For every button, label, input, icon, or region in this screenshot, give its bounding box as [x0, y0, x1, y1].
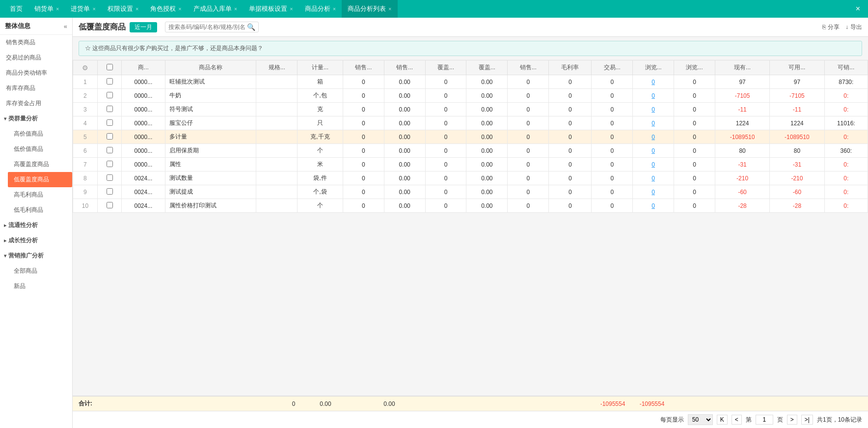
nav-purchase[interactable]: 进货单 ×	[65, 0, 101, 18]
share-icon: ⎘	[822, 24, 826, 30]
row-available: -1089510	[770, 130, 824, 144]
sidebar-item-traded-products[interactable]: 交易过的商品	[0, 50, 72, 65]
row-checkbox[interactable]	[97, 158, 121, 171]
table-row: 8 0024... 测试数量 袋,件 0 0.00 0 0.00 0 0 0 0…	[73, 171, 868, 185]
per-page-select[interactable]: 50 100 200	[688, 414, 713, 425]
row-trade: 0	[592, 199, 633, 213]
last-page-button[interactable]: >|	[801, 415, 813, 425]
search-input[interactable]	[168, 24, 247, 30]
prev-page-button[interactable]: <	[732, 415, 742, 425]
nav-home[interactable]: 首页	[4, 0, 28, 18]
sidebar-item-low-margin[interactable]: 低毛利商品	[8, 202, 72, 218]
nav-permissions-close[interactable]: ×	[136, 6, 138, 12]
row-browse1[interactable]: 0	[633, 116, 674, 130]
row-spec	[256, 171, 298, 185]
row-name: 测试数量	[165, 171, 256, 185]
row-checkbox[interactable]	[97, 75, 121, 89]
growth-arrow-icon: ▸	[4, 238, 6, 243]
row-browse1[interactable]: 0	[633, 158, 674, 171]
first-page-button[interactable]: K	[717, 415, 728, 425]
row-checkbox[interactable]	[97, 116, 121, 130]
sidebar-collapse-btn[interactable]: «	[64, 23, 67, 30]
footer-totals: 合计: 0 0.00 0.00 -1095554 -1095554	[73, 396, 868, 411]
row-browse1[interactable]: 0	[633, 199, 674, 213]
row-code: 0000...	[122, 158, 165, 171]
nav-template-settings[interactable]: 单据模板设置 ×	[243, 0, 298, 18]
row-browse1[interactable]: 0	[633, 185, 674, 199]
row-browse1[interactable]: 0	[633, 75, 674, 89]
sidebar-group-circulation[interactable]: ▸ 流通性分析	[0, 218, 72, 233]
row-browse1[interactable]: 0	[633, 103, 674, 116]
settings-icon[interactable]: ⚙	[82, 64, 88, 72]
row-checkbox[interactable]	[97, 199, 121, 213]
row-name: 旺辅批次测试	[165, 75, 256, 89]
totals-label: 合计:	[79, 399, 92, 408]
col-coverage1-header: 覆盖...	[425, 60, 466, 75]
nav-analysis-close[interactable]: ×	[333, 6, 336, 12]
row-browse1[interactable]: 0	[633, 171, 674, 185]
nav-sales[interactable]: 销货单 ×	[28, 0, 65, 18]
row-browse1[interactable]: 0	[633, 89, 674, 103]
export-button[interactable]: ↓ 导出	[845, 23, 862, 31]
nav-list-close[interactable]: ×	[388, 6, 391, 12]
row-checkbox[interactable]	[97, 89, 121, 103]
nav-role-close[interactable]: ×	[178, 6, 181, 12]
row-checkbox[interactable]	[97, 130, 121, 144]
nav-analysis-list[interactable]: 商品分析列表 ×	[342, 0, 397, 18]
close-all-tabs[interactable]: ×	[852, 4, 864, 13]
col-unit-header: 计量...	[298, 60, 343, 75]
sidebar-item-all-products[interactable]: 全部商品	[8, 263, 72, 279]
row-sales-amt: 0.00	[384, 103, 425, 116]
nav-product-warehouse[interactable]: 产成品入库单 ×	[188, 0, 243, 18]
cluster-arrow-icon: ▾	[4, 116, 6, 121]
row-browse1[interactable]: 0	[633, 144, 674, 158]
sidebar-group-marketing[interactable]: ▾ 营销推广分析	[0, 248, 72, 263]
nav-product-analysis[interactable]: 商品分析 ×	[299, 0, 342, 18]
sidebar-item-low-value[interactable]: 低价值商品	[8, 142, 72, 157]
sidebar-item-high-margin[interactable]: 高毛利商品	[8, 187, 72, 202]
sidebar-item-sales-products[interactable]: 销售类商品	[0, 35, 72, 50]
col-available-header: 可用...	[770, 60, 824, 75]
row-browse1[interactable]: 0	[633, 130, 674, 144]
row-coverage1: 0	[425, 158, 466, 171]
row-checkbox[interactable]	[97, 103, 121, 116]
nav-warehouse-close[interactable]: ×	[234, 6, 237, 12]
row-available: 80	[770, 144, 824, 158]
nav-template-close[interactable]: ×	[290, 6, 293, 12]
row-unit: 个,袋	[298, 185, 343, 199]
sidebar-item-in-stock[interactable]: 有库存商品	[0, 81, 72, 96]
row-checkbox[interactable]	[97, 185, 121, 199]
row-sales-amt: 0.00	[384, 130, 425, 144]
nav-purchase-close[interactable]: ×	[92, 6, 95, 12]
nav-role-auth[interactable]: 角色授权 ×	[144, 0, 187, 18]
sidebar-item-high-value[interactable]: 高价值商品	[8, 126, 72, 142]
col-checkbox-header[interactable]	[97, 60, 121, 75]
col-settings[interactable]: ⚙	[73, 60, 98, 75]
per-page-label: 每页显示	[660, 416, 684, 424]
row-gross-margin: 0	[549, 171, 592, 185]
select-all-checkbox[interactable]	[107, 64, 113, 70]
sidebar-item-category-rate[interactable]: 商品分类动销率	[0, 65, 72, 81]
next-page-button[interactable]: >	[787, 415, 797, 425]
row-num: 10	[73, 199, 98, 213]
col-code-header: 商...	[122, 60, 165, 75]
sidebar-item-low-coverage[interactable]: 低覆盖度商品	[8, 172, 72, 187]
nav-sales-close[interactable]: ×	[56, 6, 59, 12]
page-title: 低覆盖度商品	[79, 22, 126, 32]
table-container[interactable]: ⚙ 商... 商品名称 规格... 计量... 销售... 销售... 覆盖..…	[73, 60, 868, 394]
sidebar-group-cluster[interactable]: ▾ 类群量分析	[0, 111, 72, 126]
share-button[interactable]: ⎘ 分享	[822, 23, 840, 31]
sidebar-group-growth[interactable]: ▸ 成长性分析	[0, 233, 72, 248]
row-sales-qty: 0	[343, 89, 384, 103]
row-checkbox[interactable]	[97, 171, 121, 185]
row-gross-margin: 0	[549, 158, 592, 171]
row-gross-margin: 0	[549, 185, 592, 199]
table-row: 7 0000... 属性 米 0 0.00 0 0.00 0 0 0 0 0 -…	[73, 158, 868, 171]
sidebar-item-new-products[interactable]: 新品	[8, 279, 72, 294]
page-number-input[interactable]	[756, 415, 773, 425]
nav-permissions[interactable]: 权限设置 ×	[102, 0, 144, 18]
time-filter-button[interactable]: 近一月	[130, 22, 157, 32]
row-checkbox[interactable]	[97, 144, 121, 158]
sidebar-item-high-coverage[interactable]: 高覆盖度商品	[8, 157, 72, 172]
sidebar-item-stock-capital[interactable]: 库存资金占用	[0, 96, 72, 111]
